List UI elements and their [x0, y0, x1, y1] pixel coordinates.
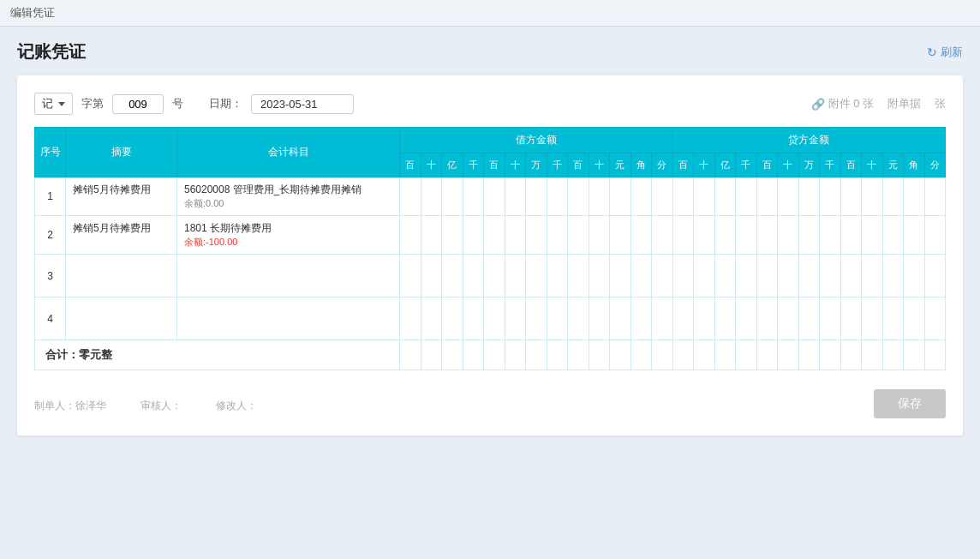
row1-d2[interactable]	[421, 177, 442, 216]
row3-d10[interactable]	[589, 255, 610, 298]
row2-c6[interactable]	[778, 216, 799, 255]
row1-d4[interactable]	[463, 177, 484, 216]
row1-c3[interactable]	[714, 177, 736, 216]
row1-c8[interactable]	[820, 177, 841, 216]
row2-c3[interactable]	[714, 216, 736, 255]
row3-c10[interactable]	[862, 255, 883, 298]
row2-d11[interactable]	[610, 216, 631, 255]
row2-d9[interactable]	[568, 216, 589, 255]
row2-d10[interactable]	[589, 216, 610, 255]
row4-d4[interactable]	[463, 298, 484, 340]
row3-d12[interactable]	[630, 255, 652, 298]
row4-c9[interactable]	[840, 298, 862, 340]
row3-d5[interactable]	[484, 255, 505, 298]
row2-c9[interactable]	[840, 216, 862, 255]
row2-d3[interactable]	[442, 216, 463, 255]
row2-c13[interactable]	[924, 216, 946, 255]
row3-c8[interactable]	[820, 255, 841, 298]
row3-c2[interactable]	[694, 255, 715, 298]
row3-d2[interactable]	[421, 255, 442, 298]
subject-2[interactable]: 1801 长期待摊费用余额:-100.00	[177, 216, 400, 255]
row1-c9[interactable]	[840, 177, 862, 216]
row2-c4[interactable]	[736, 216, 757, 255]
row1-c10[interactable]	[862, 177, 883, 216]
row3-d13[interactable]	[652, 255, 673, 298]
row3-c12[interactable]	[904, 255, 925, 298]
row4-d2[interactable]	[421, 298, 442, 340]
row4-d12[interactable]	[630, 298, 652, 340]
row4-d3[interactable]	[442, 298, 463, 340]
row4-c13[interactable]	[924, 298, 946, 340]
row4-c2[interactable]	[694, 298, 715, 340]
row3-c6[interactable]	[778, 255, 799, 298]
row2-c7[interactable]	[798, 216, 820, 255]
row3-d9[interactable]	[568, 255, 589, 298]
row2-d5[interactable]	[484, 216, 505, 255]
date-input[interactable]	[251, 94, 354, 114]
row2-c10[interactable]	[862, 216, 883, 255]
row1-c1[interactable]	[672, 177, 694, 216]
row4-c7[interactable]	[798, 298, 820, 340]
row1-c6[interactable]	[778, 177, 799, 216]
row3-c3[interactable]	[714, 255, 736, 298]
row4-c1[interactable]	[672, 298, 694, 340]
row1-d12[interactable]	[630, 177, 652, 216]
row1-c12[interactable]	[904, 177, 925, 216]
row1-d10[interactable]	[589, 177, 610, 216]
row1-c13[interactable]	[924, 177, 946, 216]
save-button[interactable]: 保存	[874, 389, 946, 418]
row2-d13[interactable]	[652, 216, 673, 255]
row1-d6[interactable]	[505, 177, 526, 216]
row4-c6[interactable]	[778, 298, 799, 340]
row4-d13[interactable]	[652, 298, 673, 340]
row4-c12[interactable]	[904, 298, 925, 340]
row2-c11[interactable]	[882, 216, 904, 255]
row3-d3[interactable]	[442, 255, 463, 298]
row4-c11[interactable]	[882, 298, 904, 340]
subject-1[interactable]: 56020008 管理费用_长期待摊费用摊销余额:0.00	[177, 177, 400, 216]
row4-d6[interactable]	[505, 298, 526, 340]
row3-c7[interactable]	[798, 255, 820, 298]
row3-d7[interactable]	[526, 255, 547, 298]
row2-d6[interactable]	[505, 216, 526, 255]
row4-d10[interactable]	[589, 298, 610, 340]
row4-d1[interactable]	[400, 298, 421, 340]
subject-3[interactable]	[177, 255, 400, 298]
row1-d3[interactable]	[442, 177, 463, 216]
row1-d13[interactable]	[652, 177, 673, 216]
summary-2[interactable]: 摊销5月待摊费用	[66, 216, 177, 255]
row4-c8[interactable]	[820, 298, 841, 340]
row1-c4[interactable]	[736, 177, 757, 216]
row3-c11[interactable]	[882, 255, 904, 298]
row1-d5[interactable]	[484, 177, 505, 216]
row2-d7[interactable]	[526, 216, 547, 255]
summary-3[interactable]	[66, 255, 177, 298]
row1-d7[interactable]	[526, 177, 547, 216]
row2-c12[interactable]	[904, 216, 925, 255]
row1-c2[interactable]	[694, 177, 715, 216]
row4-d5[interactable]	[484, 298, 505, 340]
row3-c5[interactable]	[756, 255, 778, 298]
row2-c5[interactable]	[756, 216, 778, 255]
row4-d8[interactable]	[547, 298, 568, 340]
row4-d11[interactable]	[610, 298, 631, 340]
row1-d8[interactable]	[547, 177, 568, 216]
row2-d4[interactable]	[463, 216, 484, 255]
row1-d11[interactable]	[610, 177, 631, 216]
row2-d8[interactable]	[547, 216, 568, 255]
row3-c9[interactable]	[840, 255, 862, 298]
ji-type-select[interactable]: 记	[34, 93, 73, 115]
subject-4[interactable]	[177, 298, 400, 340]
row4-d9[interactable]	[568, 298, 589, 340]
summary-1[interactable]: 摊销5月待摊费用	[66, 177, 177, 216]
row2-c8[interactable]	[820, 216, 841, 255]
row1-d9[interactable]	[568, 177, 589, 216]
row2-d2[interactable]	[421, 216, 442, 255]
summary-4[interactable]	[66, 298, 177, 340]
row3-c4[interactable]	[736, 255, 757, 298]
voucher-number-input[interactable]	[112, 94, 164, 114]
row4-c5[interactable]	[756, 298, 778, 340]
row4-c4[interactable]	[736, 298, 757, 340]
row2-c1[interactable]	[672, 216, 694, 255]
row1-d1[interactable]	[400, 177, 421, 216]
